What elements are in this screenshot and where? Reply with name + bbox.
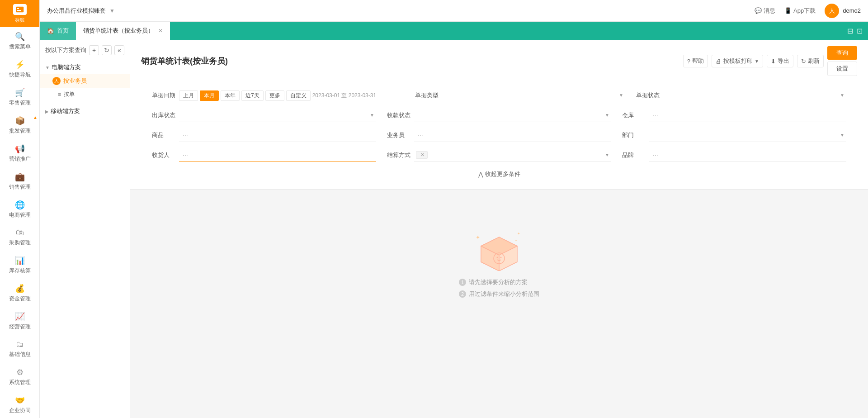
sidebar-item-inventory[interactable]: 📊 库存核算 [0,251,39,279]
search-icon: 🔍 [15,32,25,42]
sidebar-item-inventory-label: 库存核算 [9,267,31,275]
tip-num-1: 1 [459,279,466,286]
date-btn-this-year[interactable]: 本年 [221,90,240,101]
sidebar-item-wholesale[interactable]: 📦 批发管理 ▲ [0,111,39,139]
sidebar-item-retail[interactable]: 🛒 零售管理 [0,83,39,111]
collapse-btn[interactable]: ⋀ 收起更多条件 [478,170,520,178]
date-range: 2023-03-01 至 2023-03-31 [312,92,376,100]
doc-status-field[interactable]: ▼ [663,89,846,102]
scheme-item-by-staff[interactable]: 人 按业务员 [40,74,130,88]
scheme-item-by-order-label: 按单 [64,90,75,98]
tab-minimize-btn[interactable]: ⊟ [847,27,853,35]
tab-bar: 🏠 首页 销货单统计表（按业务员） ✕ ⊟ ⊡ [40,22,868,40]
print-arrow-icon: ▼ [755,59,759,64]
staff-field[interactable]: ··· [414,128,611,142]
date-btn-last-7[interactable]: 近7天 [241,90,264,101]
right-content: 销货单统计表(按业务员) ? 帮助 🖨 按模板打印 ▼ ⬇ [130,40,868,418]
sidebar-item-search-label: 搜索菜单 [9,43,31,51]
retail-icon: 🛒 [15,88,25,98]
collapse-panel-btn[interactable]: « [114,45,124,55]
sidebar-item-operations[interactable]: 📈 经营管理 [0,307,39,335]
recipient-more-icon[interactable]: ··· [183,152,188,159]
sidebar-item-finance[interactable]: 💰 资金管理 [0,279,39,307]
download-btn[interactable]: 📱 App下载 [784,7,816,15]
sidebar-item-purchase[interactable]: 🛍 采购管理 [0,223,39,251]
dept-field[interactable]: ▼ [649,128,846,142]
recipient-field[interactable]: ··· [179,148,376,162]
tab-home-label: 首页 [57,27,69,35]
help-btn[interactable]: ? 帮助 [683,55,708,67]
filter-doc-type: 单据类型 ▼ [415,89,625,102]
filter-dept: 部门 ▼ [622,128,846,142]
date-btn-custom[interactable]: 自定义 [286,90,311,101]
message-btn[interactable]: 💬 消息 [755,7,775,15]
sidebar-item-ecommerce[interactable]: 🌐 电商管理 [0,195,39,223]
staff-more-icon[interactable]: ··· [418,132,423,139]
settlement-clear-icon[interactable]: ✕ [420,152,425,158]
tab-bar-actions: ⊟ ⊡ [847,27,868,35]
sidebar-item-enterprise[interactable]: 🤝 企业协同 [0,391,39,418]
goods-more-icon[interactable]: ··· [183,132,188,139]
date-btn-last-month[interactable]: 上月 [179,90,198,101]
receipt-status-field[interactable]: ▼ [414,109,611,122]
svg-text:✦: ✦ [515,239,517,242]
scheme-group-pc-title[interactable]: ▼ 电脑端方案 [40,61,130,74]
basics-icon: 🗂 [16,340,24,349]
finance-icon: 💰 [15,284,25,294]
content-title-row: 销货单统计表(按业务员) ? 帮助 🖨 按模板打印 ▼ ⬇ [141,46,857,76]
filter-receipt-status: 收款状态 ▼ [387,109,611,122]
refresh-btn[interactable]: ↻ 刷新 [797,55,824,67]
tab-close-btn[interactable]: ✕ [158,28,163,34]
tab-home[interactable]: 🏠 首页 [40,22,76,40]
user-area[interactable]: 人 demo2 [825,4,861,18]
tab-sales-stat[interactable]: 销货单统计表（按业务员） ✕ [76,22,170,40]
scheme-item-by-order[interactable]: ≡ 按单 [40,88,130,101]
query-btn[interactable]: 查询 [827,46,857,60]
tab-maximize-btn[interactable]: ⊡ [857,27,863,35]
settlement-field[interactable]: ✕ ▼ [414,148,611,162]
empty-tip-1: 1 请先选择要分析的方案 [459,278,539,286]
sidebar-item-basics[interactable]: 🗂 基础信息 [0,335,39,363]
out-status-field[interactable]: ▼ [179,109,376,122]
avatar: 人 [825,4,839,18]
sidebar-item-system-label: 系统管理 [9,379,31,386]
warehouse-field[interactable]: ··· [649,109,846,122]
scheme-group-mobile-title[interactable]: ▶ 移动端方案 [40,104,130,118]
collapse-label: 收起更多条件 [485,170,520,178]
scheme-icon-by-staff: 人 [52,77,61,85]
export-btn[interactable]: ⬇ 导出 [767,55,793,67]
staff-label: 业务员 [387,131,414,139]
filter-row-3: 商品 ··· 业务员 ··· [152,128,846,142]
sidebar-item-marketing[interactable]: 📢 营销推广 [0,139,39,167]
brand-field[interactable]: ··· [649,148,846,162]
collapse-icon: ⋀ [478,171,483,178]
sidebar-item-sales[interactable]: 💼 销售管理 [0,167,39,195]
date-btn-this-month[interactable]: 本月 [200,90,219,101]
add-scheme-btn[interactable]: + [89,45,99,55]
sidebar-item-search[interactable]: 🔍 搜索菜单 [0,27,39,55]
brand-more-icon[interactable]: ··· [653,152,658,159]
goods-field[interactable]: ··· [179,128,376,142]
avatar-initials: 人 [829,7,835,15]
out-status-arrow: ▼ [370,113,374,118]
logo-icon [13,4,27,15]
doc-type-field[interactable]: ▼ [442,89,625,102]
page-content: 按以下方案查询 + ↻ « ▼ 电脑端方案 人 按业务员 ≡ 按 [40,40,868,418]
date-btn-more[interactable]: 更多 [265,90,284,101]
operations-icon: 📈 [15,312,25,322]
empty-state: ✦ ✦ ✦ 1 请先选择要分析的方案 2 用过滤条件来缩小分析范围 [130,190,868,334]
help-label: 帮助 [692,57,704,65]
settlement-clear-tag[interactable]: ✕ [416,151,428,159]
sidebar-item-shortcut[interactable]: ⚡ 快捷导航 [0,55,39,83]
warehouse-label: 仓库 [622,111,649,119]
refresh-scheme-btn[interactable]: ↻ [102,45,112,55]
sidebar-item-basics-label: 基础信息 [9,351,31,358]
template-print-btn[interactable]: 🖨 按模板打印 ▼ [712,55,763,67]
chevron-right-icon: ▶ [45,109,49,114]
sidebar-item-system[interactable]: ⚙ 系统管理 [0,363,39,391]
settlement-label: 结算方式 [387,151,414,159]
warehouse-more-icon[interactable]: ··· [653,112,658,119]
topbar-left: 办公用品行业模拟账套 ▼ [47,7,115,15]
doc-type-label: 单据类型 [415,91,442,100]
settings-btn[interactable]: 设置 [827,62,857,76]
